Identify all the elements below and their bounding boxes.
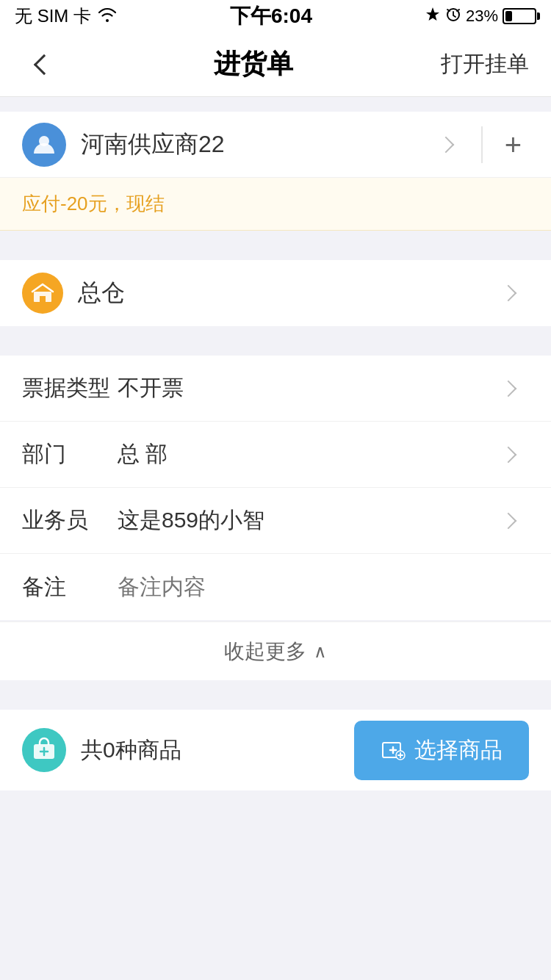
collapse-button[interactable]: 收起更多 ∧: [0, 621, 551, 680]
location-icon: [425, 6, 441, 26]
svg-rect-3: [40, 296, 46, 302]
page-body: 河南供应商22 + 应付-20元，现结 总仓 票据类型 不开票: [0, 97, 551, 790]
select-product-icon: [381, 738, 406, 763]
dept-row[interactable]: 部门 总 部: [0, 422, 551, 488]
supplier-chevron-icon: [437, 136, 454, 153]
status-time: 下午6:04: [230, 2, 312, 30]
status-bar: 无 SIM 卡 下午6:04 23%: [0, 0, 551, 32]
note-row[interactable]: 备注: [0, 554, 551, 620]
notice-text: 应付-20元，现结: [22, 192, 165, 215]
select-product-button[interactable]: 选择商品: [354, 721, 529, 780]
warehouse-section[interactable]: 总仓: [0, 260, 551, 326]
section-gap-2: [0, 231, 551, 245]
wifi-icon: [97, 6, 118, 26]
sales-chevron-icon: [500, 512, 517, 529]
alarm-icon: [445, 6, 461, 26]
warehouse-name: 总仓: [78, 277, 503, 309]
battery-icon: [503, 8, 536, 24]
invoice-label: 票据类型: [22, 373, 118, 403]
sales-label: 业务员: [22, 505, 118, 536]
dept-chevron-icon: [500, 446, 517, 463]
add-supplier-button[interactable]: +: [497, 130, 529, 159]
product-footer: 共0种商品 选择商品: [0, 710, 551, 790]
collapse-label: 收起更多: [224, 638, 306, 666]
supplier-divider: [481, 126, 483, 163]
status-left: 无 SIM 卡: [15, 4, 118, 28]
open-pending-button[interactable]: 打开挂单: [441, 49, 529, 79]
notice-bar: 应付-20元，现结: [0, 178, 551, 231]
invoice-chevron-icon: [500, 380, 517, 397]
page-title: 进货单: [214, 46, 293, 82]
sales-value: 这是859的小智: [118, 505, 503, 536]
back-arrow-icon: [34, 54, 54, 74]
section-gap-1: [0, 97, 551, 112]
form-section: 票据类型 不开票 部门 总 部 业务员 这是859的小智 备注: [0, 356, 551, 620]
section-gap-4: [0, 680, 551, 695]
product-icon: [22, 728, 66, 772]
invoice-row[interactable]: 票据类型 不开票: [0, 356, 551, 422]
note-label: 备注: [22, 572, 118, 602]
section-gap-3: [0, 326, 551, 341]
back-button[interactable]: [22, 43, 66, 87]
dept-label: 部门: [22, 439, 118, 469]
sales-row[interactable]: 业务员 这是859的小智: [0, 488, 551, 554]
product-count: 共0种商品: [81, 735, 354, 765]
warehouse-icon: [22, 273, 63, 314]
dept-value: 总 部: [118, 439, 503, 469]
collapse-arrow-icon: ∧: [314, 641, 327, 662]
battery-percent: 23%: [466, 7, 498, 26]
invoice-value: 不开票: [118, 373, 503, 403]
supplier-name: 河南供应商22: [81, 129, 440, 161]
nav-bar: 进货单 打开挂单: [0, 32, 551, 97]
supplier-avatar: [22, 123, 66, 167]
note-input[interactable]: [118, 574, 529, 599]
supplier-row[interactable]: 河南供应商22 +: [0, 112, 551, 178]
select-product-label: 选择商品: [414, 735, 503, 765]
supplier-section: 河南供应商22 + 应付-20元，现结: [0, 112, 551, 231]
status-right: 23%: [425, 6, 536, 26]
warehouse-chevron-icon: [500, 285, 517, 302]
carrier-text: 无 SIM 卡: [15, 4, 91, 28]
